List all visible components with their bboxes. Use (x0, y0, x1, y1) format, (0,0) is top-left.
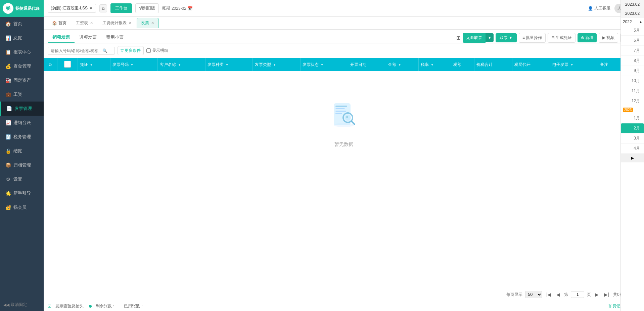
col-e-invoice-filter[interactable]: ▼ (570, 63, 573, 67)
date-month-11[interactable]: 11月 (621, 86, 644, 96)
col-settings[interactable]: ⚙ (44, 58, 57, 71)
col-checkbox[interactable] (57, 58, 78, 71)
date-month-8[interactable]: 8月 (621, 56, 644, 66)
sidebar-item-invoice-mgmt[interactable]: 📄 发票管理 (0, 102, 44, 116)
col-open-date: 开票日期 (348, 58, 386, 71)
sidebar-item-guide[interactable]: 🌟 新手引导 (0, 186, 44, 200)
sidebar-item-home[interactable]: 🏠 首页 (0, 17, 44, 31)
subtab-purchase-invoice[interactable]: 进项发票 (75, 32, 101, 43)
col-invoice-status-filter[interactable]: ▼ (320, 63, 324, 67)
tab-salary-stats[interactable]: 工资统计报表 ✕ (98, 18, 136, 28)
sidebar-bottom-pin[interactable]: ◀◀ 取消固定 (0, 299, 44, 311)
tab-salary-stats-close[interactable]: ✕ (129, 21, 132, 25)
batch-ops-button[interactable]: ≡ 批量操作 (519, 33, 546, 43)
date-month-5[interactable]: 5月 (621, 26, 644, 36)
sidebar-item-salary[interactable]: 💼 工资 (0, 87, 44, 102)
search-icon: 🔍 (102, 48, 107, 53)
first-page-button[interactable]: |◀ (545, 291, 553, 298)
new-button[interactable]: ⊕ 新增 (578, 33, 597, 42)
svg-rect-3 (335, 108, 345, 109)
sidebar-item-tax-mgmt[interactable]: 🧾 税务管理 (0, 130, 44, 144)
date-month-2023-1[interactable]: 1月 (621, 113, 644, 123)
show-detail-toggle[interactable]: 显示明细 (146, 48, 168, 53)
col-customer-filter[interactable]: ▼ (178, 63, 181, 67)
search-input[interactable] (51, 48, 101, 53)
sidebar-label-reports: 报表中心 (13, 49, 31, 55)
sales-account-icon: 📈 (5, 120, 11, 125)
sidebar-label-guide: 新手引导 (13, 190, 31, 196)
date-month-7[interactable]: 7月 (621, 46, 644, 56)
generate-voucher-button[interactable]: ⊞ 生成凭证 (548, 33, 576, 43)
sidebar: 畅 畅捷通易代账 🏠 首页 📊 总账 📋 报表中心 💰 资金管理 🏭 固定资产 … (0, 0, 44, 311)
sidebar-item-ledger[interactable]: 📊 总账 (0, 31, 44, 45)
col-invoice-class: 发票类型 ▼ (253, 58, 301, 71)
get-ticket-button[interactable]: 取票 ▼ (496, 33, 517, 42)
tab-salary-close[interactable]: ✕ (90, 21, 93, 25)
switch-version-button[interactable]: 切到旧版 (135, 3, 159, 13)
svg-rect-2 (335, 106, 347, 107)
pagination-bar: 每页显示 50 10 20 100 |◀ ◀ 第 页 ▶ ▶| 共0页, 0条记… (44, 288, 644, 301)
sidebar-item-reports[interactable]: 📋 报表中心 (0, 45, 44, 59)
sidebar-item-archive[interactable]: 📦 归档管理 (0, 158, 44, 172)
video-button[interactable]: ▶ 视频 (599, 33, 618, 43)
sidebar-item-sales-account[interactable]: 📈 进销台账 (0, 116, 44, 130)
col-invoice-no-filter[interactable]: ▼ (130, 63, 134, 67)
sidebar-item-fixed-assets[interactable]: 🏭 固定资产 (0, 73, 44, 87)
sidebar-label-home: 首页 (13, 21, 22, 27)
show-detail-checkbox[interactable] (146, 48, 151, 53)
col-voucher-filter[interactable]: ▼ (90, 63, 93, 67)
date-panel-year-2023[interactable]: 2023 (621, 106, 644, 113)
last-page-button[interactable]: ▶| (603, 291, 610, 298)
col-invoice-class-filter[interactable]: ▼ (273, 63, 276, 67)
filter-button[interactable]: ▽ 更多条件 (118, 46, 144, 55)
date-panel-collapse-button[interactable]: ▶ (621, 154, 644, 162)
sidebar-item-closing[interactable]: 🔒 结账 (0, 144, 44, 158)
per-page-select[interactable]: 50 10 20 100 (525, 291, 542, 298)
col-voucher: 凭证 ▼ (78, 58, 110, 71)
filter-label: 更多条件 (125, 48, 141, 53)
tab-invoice-close[interactable]: ✕ (151, 21, 154, 25)
sidebar-label-fixed-assets: 固定资产 (13, 77, 31, 83)
company-selector[interactable]: (勿删) 江西股宝-LSS ▼ (48, 4, 96, 13)
col-amount: 金额 ▼ (386, 58, 418, 71)
date-month-10[interactable]: 10月 (621, 76, 644, 86)
col-tax-rate-filter[interactable]: ▼ (430, 63, 434, 67)
date-month-2023-2[interactable]: 2月 (621, 123, 644, 133)
date-month-6[interactable]: 6月 (621, 36, 644, 46)
col-amount-filter[interactable]: ▼ (398, 63, 401, 67)
table-layout-icon[interactable]: ⊞ (456, 35, 461, 41)
date-month-9[interactable]: 9月 (621, 66, 644, 76)
date-month-2023-3[interactable]: 3月 (621, 133, 644, 144)
date-month-2023-4[interactable]: 4月 (621, 144, 644, 154)
page-input[interactable] (571, 291, 584, 298)
tax-mgmt-icon: 🧾 (5, 134, 11, 140)
reports-icon: 📋 (5, 49, 11, 55)
prev-page-button[interactable]: ◀ (555, 291, 561, 298)
generate-voucher-label: 生成凭证 (556, 35, 572, 41)
tab-home[interactable]: 🏠 首页 (48, 18, 71, 28)
date-month-12[interactable]: 12月 (621, 96, 644, 106)
tab-salary-table[interactable]: 工资表 ✕ (72, 18, 97, 28)
subtab-sales-invoice[interactable]: 销项发票 (48, 32, 75, 43)
tab-invoice[interactable]: 发票 ✕ (137, 18, 158, 28)
col-invoice-type-filter[interactable]: ▼ (225, 63, 229, 67)
date-panel-header-1: 2023.02 (621, 0, 644, 9)
topbar: (勿删) 江西股宝-LSS ▼ ⧉ 工作台 切到旧版 账期 2023-02 📅 … (44, 0, 644, 17)
subtab-expense-receipt[interactable]: 费用小票 (101, 32, 128, 43)
sidebar-label-archive: 归档管理 (13, 162, 31, 168)
sidebar-item-member[interactable]: 👑 畅会员 (0, 200, 44, 215)
sidebar-label-member: 畅会员 (13, 204, 27, 210)
sidebar-item-settings[interactable]: ⚙ 设置 (0, 172, 44, 186)
open-period-dropdown[interactable]: ▼ (486, 33, 494, 42)
next-page-button[interactable]: ▶ (594, 291, 600, 298)
workbench-button[interactable]: 工作台 (110, 3, 132, 13)
service-button[interactable]: 👤 人工客服 (588, 5, 610, 11)
sidebar-item-funds[interactable]: 💰 资金管理 (0, 59, 44, 73)
date-panel-year-2022[interactable]: 2022 ▸ (621, 18, 644, 26)
open-period-button[interactable]: 无血取票 (463, 33, 486, 43)
select-all-checkbox[interactable] (64, 61, 71, 68)
svg-rect-5 (335, 113, 342, 114)
copy-button[interactable]: ⧉ (99, 4, 107, 12)
member-icon: 👑 (5, 205, 11, 210)
col-e-invoice: 电子发票 ▼ (550, 58, 598, 71)
